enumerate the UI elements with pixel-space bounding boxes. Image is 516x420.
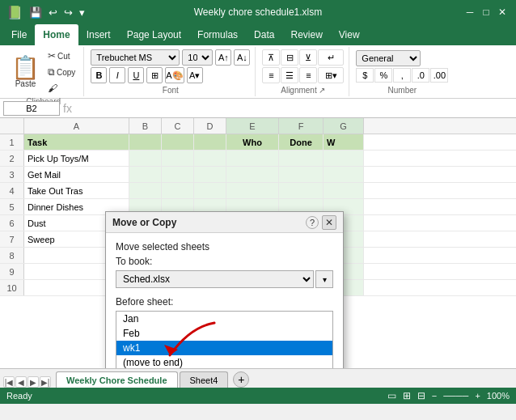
tab-insert[interactable]: Insert xyxy=(78,24,119,45)
currency-button[interactable]: $ xyxy=(356,68,374,83)
align-center-button[interactable]: ☰ xyxy=(281,67,298,83)
fill-color-button[interactable]: A🎨 xyxy=(165,67,184,83)
tab-view[interactable]: View xyxy=(331,24,368,45)
tab-data[interactable]: Data xyxy=(246,24,282,45)
row-number: 7 xyxy=(0,231,24,247)
cell-f2[interactable] xyxy=(279,151,324,166)
cell-c3[interactable] xyxy=(162,167,194,182)
sheet-nav-arrows: |◀ ◀ ▶ ▶| xyxy=(3,376,51,388)
underline-button[interactable]: U xyxy=(128,67,144,83)
minimize-button[interactable]: ─ xyxy=(463,5,477,19)
save-icon[interactable]: 💾 xyxy=(27,5,44,20)
tab-review[interactable]: Review xyxy=(282,24,330,45)
status-text: Ready xyxy=(6,391,32,401)
cell-e1[interactable]: Who xyxy=(226,134,279,150)
undo-icon[interactable]: ↩ xyxy=(47,5,59,20)
cell-a3[interactable]: Get Mail xyxy=(24,167,129,182)
cell-e2[interactable] xyxy=(226,151,279,166)
font-color-button[interactable]: A▾ xyxy=(187,67,203,83)
decrease-font-button[interactable]: A↓ xyxy=(234,49,250,66)
copy-button[interactable]: ⧉ Copy xyxy=(44,65,78,79)
cell-a4[interactable]: Take Out Tras xyxy=(24,183,129,198)
align-bottom-button[interactable]: ⊻ xyxy=(299,49,317,66)
next-sheet-button[interactable]: ▶ xyxy=(27,376,39,388)
customize-qat-icon[interactable]: ▾ xyxy=(78,5,87,20)
prev-sheet-button[interactable]: ◀ xyxy=(15,376,27,388)
list-item[interactable]: Feb xyxy=(116,326,332,341)
view-normal-icon[interactable]: ▭ xyxy=(387,390,396,401)
tab-page-layout[interactable]: Page Layout xyxy=(119,24,189,45)
cell-g3[interactable] xyxy=(324,167,364,182)
dialog-help-button[interactable]: ? xyxy=(306,216,319,229)
cell-c2[interactable] xyxy=(162,151,194,166)
to-book-select[interactable]: Sched.xlsx xyxy=(116,270,314,288)
zoom-slider[interactable]: ──── xyxy=(443,391,468,401)
cell-c1[interactable] xyxy=(162,134,194,150)
last-sheet-button[interactable]: ▶| xyxy=(40,376,51,388)
increase-font-button[interactable]: A↑ xyxy=(215,49,231,66)
cell-d3[interactable] xyxy=(194,167,226,182)
tab-formulas[interactable]: Formulas xyxy=(189,24,246,45)
cell-d4[interactable] xyxy=(194,183,226,198)
before-sheet-list[interactable]: Jan Feb wk1 (move to end) xyxy=(116,311,333,368)
comma-button[interactable]: , xyxy=(393,68,411,83)
cell-f1[interactable]: Done xyxy=(279,134,324,150)
cut-button[interactable]: ✂ Cut xyxy=(44,49,78,63)
zoom-in-icon[interactable]: + xyxy=(475,391,480,401)
number-format-select[interactable]: General xyxy=(356,50,421,66)
format-painter-button[interactable]: 🖌 xyxy=(44,81,78,95)
cell-a1[interactable]: Task xyxy=(24,134,129,150)
cell-b2[interactable] xyxy=(129,151,162,166)
align-middle-button[interactable]: ⊟ xyxy=(281,49,298,66)
align-top-button[interactable]: ⊼ xyxy=(262,49,280,66)
view-layout-icon[interactable]: ⊞ xyxy=(403,390,411,401)
cell-d1[interactable] xyxy=(194,134,226,150)
ribbon-toolbar: 📋 Paste ✂ Cut ⧉ Copy 🖌 Clipboard xyxy=(0,45,516,99)
cell-a2[interactable]: Pick Up Toys/M xyxy=(24,151,129,166)
cell-b1[interactable] xyxy=(129,134,162,150)
font-family-select[interactable]: Trebuchet MS xyxy=(91,49,180,66)
bold-button[interactable]: B xyxy=(91,67,107,83)
increase-decimal-button[interactable]: .00 xyxy=(430,68,448,83)
cell-e4[interactable] xyxy=(226,183,279,198)
cell-g4[interactable] xyxy=(324,183,364,198)
dialog-close-button[interactable]: ✕ xyxy=(322,215,336,230)
decrease-decimal-button[interactable]: .0 xyxy=(412,68,429,83)
paste-button[interactable]: 📋 Paste xyxy=(8,55,43,90)
cell-f4[interactable] xyxy=(279,183,324,198)
merge-center-button[interactable]: ⊞▾ xyxy=(318,67,344,83)
close-button[interactable]: ✕ xyxy=(495,5,510,19)
to-book-dropdown-button[interactable]: ▾ xyxy=(315,270,333,288)
sheet-tab-sheet4[interactable]: Sheet4 xyxy=(180,371,229,388)
cell-reference-input[interactable] xyxy=(3,101,60,116)
cell-g1[interactable]: W xyxy=(324,134,364,150)
italic-button[interactable]: I xyxy=(109,67,125,83)
first-sheet-button[interactable]: |◀ xyxy=(3,376,15,388)
border-button[interactable]: ⊞ xyxy=(146,67,163,83)
cell-f3[interactable] xyxy=(279,167,324,182)
clipboard-group: 📋 Paste ✂ Cut ⧉ Copy 🖌 Clipboard xyxy=(3,47,84,96)
maximize-button[interactable]: □ xyxy=(479,5,493,19)
cell-b3[interactable] xyxy=(129,167,162,182)
cell-g2[interactable] xyxy=(324,151,364,166)
list-item[interactable]: wk1 xyxy=(116,341,332,355)
redo-icon[interactable]: ↪ xyxy=(62,5,74,20)
cell-e3[interactable] xyxy=(226,167,279,182)
add-sheet-button[interactable]: + xyxy=(233,371,249,388)
wrap-text-button[interactable]: ↵ xyxy=(318,49,344,66)
list-item[interactable]: (move to end) xyxy=(116,355,332,368)
percent-button[interactable]: % xyxy=(374,68,392,83)
sheet-tab-weekly-chore-schedule[interactable]: Weekly Chore Schedule xyxy=(56,371,178,388)
cell-c4[interactable] xyxy=(162,183,194,198)
tab-home[interactable]: Home xyxy=(35,24,78,45)
formula-input[interactable] xyxy=(75,101,513,116)
zoom-out-icon[interactable]: − xyxy=(432,391,437,401)
list-item[interactable]: Jan xyxy=(116,312,332,326)
align-left-button[interactable]: ≡ xyxy=(262,67,280,83)
cell-d2[interactable] xyxy=(194,151,226,166)
cell-b4[interactable] xyxy=(129,183,162,198)
font-size-select[interactable]: 10 xyxy=(182,49,213,66)
view-break-icon[interactable]: ⊟ xyxy=(417,390,425,401)
align-right-button[interactable]: ≡ xyxy=(299,67,317,83)
tab-file[interactable]: File xyxy=(3,24,35,45)
